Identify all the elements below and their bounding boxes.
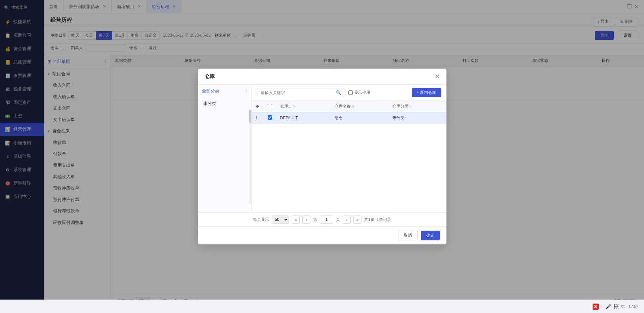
dialog-first-page-btn[interactable]: « bbox=[292, 216, 300, 224]
dialog-header: 仓库 ✕ bbox=[198, 69, 446, 85]
show-disabled-label[interactable]: 显示停用 bbox=[348, 90, 370, 95]
dialog-body: 全部分类 《 未分类 🔍 bbox=[198, 85, 446, 212]
show-disabled-text: 显示停用 bbox=[354, 90, 370, 95]
row-category-cell: 未分类 bbox=[388, 112, 446, 124]
add-warehouse-btn[interactable]: + 新增仓库 bbox=[412, 88, 441, 97]
dialog-prev-page-btn[interactable]: ‹ bbox=[302, 216, 310, 224]
col-code-label: 仓库... bbox=[280, 104, 292, 109]
dialog-search-input[interactable] bbox=[257, 89, 333, 97]
dialog-close-btn[interactable]: ✕ bbox=[435, 74, 440, 80]
taskbar-icon-shield: 🛡 bbox=[621, 304, 626, 309]
show-disabled-checkbox[interactable] bbox=[348, 90, 353, 95]
taskbar-icon-s: S bbox=[593, 304, 599, 310]
dialog-sidebar-item-label: 未分类 bbox=[203, 101, 216, 106]
dialog-sidebar-collapse-btn[interactable]: 《 bbox=[243, 88, 247, 94]
col-settings: ⚙ bbox=[252, 101, 264, 112]
row-name-cell: 总仓 bbox=[331, 112, 388, 124]
dialog-footer: 每页显示 50 20 100 « ‹ 第 页 › » 共1页, 1条记录 取消 … bbox=[198, 212, 446, 244]
dialog-per-page-select[interactable]: 50 20 100 bbox=[272, 216, 289, 224]
sort-name-btn[interactable]: 仓库名称 ⇅ bbox=[335, 104, 384, 109]
sort-code-btn[interactable]: 仓库... ⇅ bbox=[280, 104, 327, 109]
dialog-search-box: 🔍 bbox=[257, 88, 344, 97]
dialog-title: 仓库 bbox=[205, 73, 215, 80]
row-checkbox[interactable] bbox=[268, 115, 272, 120]
cancel-button[interactable]: 取消 bbox=[398, 231, 418, 240]
confirm-button[interactable]: 确定 bbox=[421, 231, 440, 240]
dialog-next-page-btn[interactable]: › bbox=[343, 216, 351, 224]
table-row[interactable]: 1 DEFAULT 总仓 未分类 bbox=[252, 112, 446, 124]
dialog-table-area: ⚙ 仓库... ⇅ bbox=[252, 101, 446, 212]
taskbar-icon-img: 🖼 bbox=[614, 304, 618, 309]
settings-icon[interactable]: ⚙ bbox=[256, 104, 259, 109]
col-code: 仓库... ⇅ bbox=[276, 101, 331, 112]
dialog-sidebar-all-label[interactable]: 全部分类 bbox=[202, 88, 219, 94]
dialog-table: ⚙ 仓库... ⇅ bbox=[252, 101, 446, 124]
dialog-sidebar: 全部分类 《 未分类 bbox=[198, 85, 252, 212]
row-settings-cell: 1 bbox=[252, 112, 264, 124]
dialog-page-label: 第 bbox=[313, 217, 317, 223]
col-name: 仓库名称 ⇅ bbox=[331, 101, 388, 112]
dialog-page-input[interactable] bbox=[320, 216, 333, 224]
col-checkbox bbox=[264, 101, 276, 112]
dialog-per-page-label: 每页显示 bbox=[253, 217, 269, 223]
dialog-toolbar: 🔍 显示停用 + 新增仓库 bbox=[252, 85, 446, 101]
add-warehouse-label: + 新增仓库 bbox=[417, 90, 436, 95]
search-icon: 🔍 bbox=[333, 88, 344, 97]
dialog-total-info: 共1页, 1条记录 bbox=[364, 217, 391, 223]
row-code-cell: DEFAULT bbox=[276, 112, 331, 124]
dialog-actions: 取消 确定 bbox=[198, 226, 446, 244]
dialog-sidebar-header: 全部分类 《 bbox=[198, 85, 251, 97]
dialog-main: 🔍 显示停用 + 新增仓库 bbox=[252, 85, 446, 212]
sort-icon-2: ⇅ bbox=[351, 105, 354, 108]
sort-icon-3: ⇅ bbox=[409, 105, 412, 108]
sort-category-btn[interactable]: 仓库分类 ⇅ bbox=[392, 104, 442, 109]
modal-overlay: 仓库 ✕ 全部分类 《 未分类 bbox=[0, 0, 644, 313]
sort-icon: ⇅ bbox=[292, 105, 295, 108]
taskbar-time: 17:52 bbox=[629, 304, 639, 309]
col-category-label: 仓库分类 bbox=[392, 104, 409, 109]
dialog-sidebar-item-uncategorized[interactable]: 未分类 bbox=[198, 97, 251, 110]
taskbar: S · 🎤 🖼 🛡 17:52 bbox=[0, 300, 644, 313]
dialog-pagination: 每页显示 50 20 100 « ‹ 第 页 › » 共1页, 1条记录 bbox=[198, 212, 446, 226]
dialog-table-header: ⚙ 仓库... ⇅ bbox=[252, 101, 446, 112]
row-checkbox-cell bbox=[264, 112, 276, 124]
col-category: 仓库分类 ⇅ bbox=[388, 101, 446, 112]
col-name-label: 仓库名称 bbox=[335, 104, 351, 109]
dialog-page-label2: 页 bbox=[336, 217, 340, 223]
select-all-checkbox[interactable] bbox=[268, 104, 272, 108]
dialog-last-page-btn[interactable]: » bbox=[353, 216, 361, 224]
taskbar-icon-dot: · bbox=[601, 304, 603, 310]
warehouse-dialog: 仓库 ✕ 全部分类 《 未分类 bbox=[198, 69, 446, 244]
taskbar-icon-mic: 🎤 bbox=[605, 304, 611, 309]
